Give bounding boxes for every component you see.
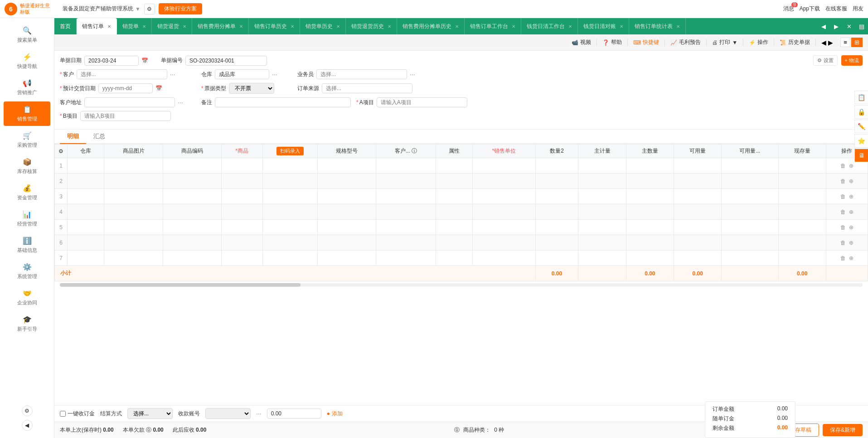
row-2-unit[interactable] [473,173,535,189]
row-2-warehouse[interactable] [68,173,104,189]
tab-fee-split-history[interactable]: 销售费用分摊单历史 ✕ [397,18,465,34]
tab-home[interactable]: 首页 [54,18,77,34]
list-view-button[interactable]: ≡ [840,38,850,47]
sidebar-item-operations[interactable]: 📊 经营管理 [4,207,50,231]
sidebar-item-nav[interactable]: ⚡ 快捷导航 [4,49,50,73]
customer-more-btn[interactable]: ··· [170,71,175,78]
card-view-button[interactable]: ⊞ [851,38,863,47]
tab-sales-order[interactable]: 销售订单 ✕ [77,18,117,34]
sidebar-item-system[interactable]: ⚙️ 系统管理 [4,259,50,284]
settings-button[interactable]: ⚙ [144,4,155,14]
warehouse-more-btn[interactable]: ··· [272,71,277,78]
print-button[interactable]: 🖨 打印 ▼ [712,39,737,46]
row-5-code[interactable] [163,220,221,235]
staff-input[interactable] [316,69,407,79]
row-2-cust-code[interactable] [376,173,436,189]
tab-close-all-button[interactable]: ✕ [843,18,855,34]
address-input[interactable] [84,97,175,107]
sidebar-item-collab[interactable]: 🤝 企业协同 [4,285,50,310]
row-4-spec[interactable] [317,204,376,220]
tab-prev-button[interactable]: ◀ [817,18,830,34]
settings-bottom-icon[interactable]: ⚙ [22,405,33,416]
row-1-code[interactable] [163,158,221,173]
add-item-button[interactable]: + 物流 [841,55,863,66]
row-1-warehouse[interactable] [68,158,104,173]
detail-tab-summary[interactable]: 汇总 [86,130,112,144]
calendar-icon[interactable]: 📅 [141,58,148,64]
col-settings[interactable]: ⚙ [55,144,68,158]
add-row-button[interactable]: ● 添加 [327,410,343,418]
row-3-copy-icon[interactable]: ⊕ [849,193,853,200]
project-a-input[interactable] [377,97,467,107]
row-5-product[interactable] [221,220,262,235]
message-notification[interactable]: 消息 9 [783,5,794,13]
tab-statistics[interactable]: 销售订单统计表 ✕ [629,18,686,34]
tab-workbench[interactable]: 销售订单工作台 ✕ [465,18,521,34]
payment-select[interactable] [127,408,173,419]
address-more-btn[interactable]: ··· [178,99,183,106]
row-5-copy-icon[interactable]: ⊕ [849,224,853,231]
right-icon-edit[interactable]: ✏️ [854,120,868,133]
payment-amount-input[interactable] [267,409,321,419]
close-sales-order-tab[interactable]: ✕ [107,24,111,29]
row-2-product[interactable] [221,173,262,189]
row-3-attr[interactable] [436,189,472,204]
tab-daily-clear[interactable]: 钱货日清工作台 ✕ [521,18,578,34]
row-3-qty2[interactable] [535,189,578,204]
warehouse-input[interactable] [215,69,269,79]
help-button[interactable]: ❓ 帮助 [602,39,622,46]
row-1-main-qty[interactable] [626,158,674,173]
close-sales-note-tab[interactable]: ✕ [142,24,146,29]
row-4-attr[interactable] [436,204,472,220]
tab-order-history[interactable]: 销售订单历史 ✕ [249,18,300,34]
close-note-history-tab[interactable]: ✕ [336,24,340,29]
row-1-spec[interactable] [317,158,376,173]
row-1-product[interactable] [221,158,262,173]
row-6-attr[interactable] [436,235,472,250]
row-6-code[interactable] [163,235,221,250]
sidebar-item-sales[interactable]: 📋 销售管理 [4,101,50,126]
sidebar-item-guide[interactable]: 🎓 新手引导 [4,312,50,336]
row-6-qty2[interactable] [535,235,578,250]
scan-input-button[interactable]: 扫码录入 [276,147,304,155]
row-2-spec[interactable] [317,173,376,189]
close-fee-split-tab[interactable]: ✕ [239,24,243,29]
row-5-unit[interactable] [473,220,535,235]
close-fee-split-history-tab[interactable]: ✕ [455,24,459,29]
tab-next-button[interactable]: ▶ [830,18,843,34]
row-2-attr[interactable] [436,173,472,189]
row-5-spec[interactable] [317,220,376,235]
close-return-history-tab[interactable]: ✕ [388,24,391,29]
profit-button[interactable]: 📈 毛利预告 [670,39,701,46]
row-1-cust-code[interactable] [376,158,436,173]
right-icon-lock[interactable]: 🔒 [854,105,868,119]
row-7-unit[interactable] [473,250,535,266]
row-4-product[interactable] [221,204,262,220]
setting-button[interactable]: ⚙ 设置 [813,55,837,66]
delivery-calendar-icon[interactable]: 📅 [155,85,162,91]
close-return-tab[interactable]: ✕ [183,24,186,29]
row-2-main-qty[interactable] [626,173,674,189]
view-button[interactable]: 📹 视频 [572,39,591,46]
row-4-copy-icon[interactable]: ⊕ [849,209,853,215]
row-7-warehouse[interactable] [68,250,104,266]
row-1-copy-icon[interactable]: ⊕ [849,163,853,169]
save-new-button[interactable]: 保存&新增 [823,424,863,436]
row-6-warehouse[interactable] [68,235,104,250]
row-2-qty2[interactable] [535,173,578,189]
row-5-delete-icon[interactable]: 🗑 [840,224,846,231]
row-3-spec[interactable] [317,189,376,204]
online-service-link[interactable]: 在线客服 [825,5,847,13]
note-input[interactable] [215,97,351,107]
row-6-delete-icon[interactable]: 🗑 [840,240,846,246]
row-6-copy-icon[interactable]: ⊕ [849,240,853,246]
row-7-spec[interactable] [317,250,376,266]
tab-reconciliation[interactable]: 钱货日清对账 ✕ [578,18,629,34]
order-no-input[interactable] [185,56,267,66]
row-7-copy-icon[interactable]: ⊕ [849,255,853,261]
row-6-spec[interactable] [317,235,376,250]
row-1-unit[interactable] [473,158,535,173]
row-7-cust-code[interactable] [376,250,436,266]
account-more-btn[interactable]: ··· [256,410,262,417]
tab-note-history[interactable]: 销货单历史 ✕ [300,18,346,34]
